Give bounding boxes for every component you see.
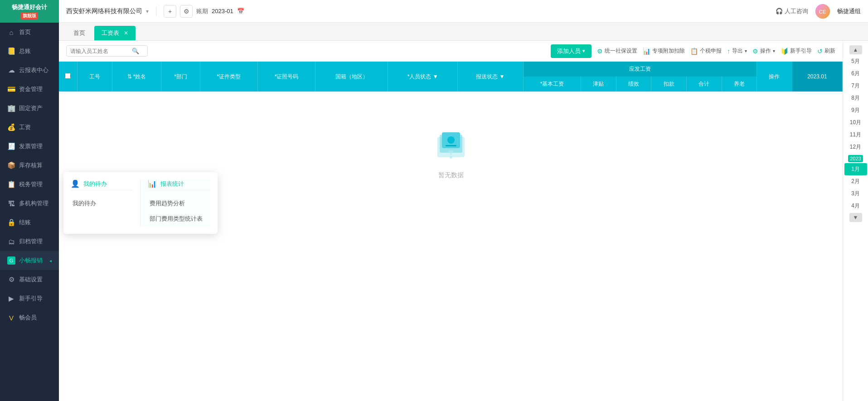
sidebar-item-archive[interactable]: 🗂 归档管理: [0, 232, 59, 251]
ledger-icon: 📒: [7, 47, 15, 55]
tab-home-label: 首页: [73, 29, 85, 36]
sidebar-item-label: 归档管理: [19, 237, 43, 246]
name-header: ⇅*姓名: [112, 62, 161, 92]
sidebar-item-closing[interactable]: 🔒 结账: [0, 213, 59, 232]
new-guide-label: 新手引导: [790, 47, 812, 55]
month-8[interactable]: 8月: [844, 92, 867, 104]
sidebar-item-label: 工资: [19, 123, 31, 131]
sidebar-item-label: 固定资产: [19, 104, 43, 112]
month-5[interactable]: 5月: [844, 55, 867, 68]
social-security-action[interactable]: ⚙ 统一社保设置: [597, 47, 637, 55]
month-10[interactable]: 10月: [844, 116, 867, 129]
month-4[interactable]: 4月: [844, 200, 867, 212]
popup-left-title: 👤 我的待办: [71, 179, 133, 190]
tab-close-icon[interactable]: ✕: [124, 30, 128, 36]
status-header: *人员状态 ▼: [388, 62, 457, 92]
sort-name-icon[interactable]: ⇅: [127, 73, 132, 80]
month-11[interactable]: 11月: [844, 129, 867, 141]
sidebar-item-basic[interactable]: ⚙ 基础设置: [0, 270, 59, 289]
period-value: 2023-01: [212, 8, 233, 14]
sidebar-item-member[interactable]: V 畅会员: [0, 308, 59, 327]
operation-label: 操作: [760, 47, 771, 55]
sidebar-item-fixed-assets[interactable]: 🏢 固定资产: [0, 99, 59, 118]
sidebar-item-invoice[interactable]: 🧾 发票管理: [0, 137, 59, 156]
service-label: 人工咨询: [785, 7, 808, 15]
tax-report-action[interactable]: 📋 个税申报: [690, 47, 722, 55]
month-1-current[interactable]: 1月: [844, 163, 867, 175]
submit-status-header: 报送状态 ▼: [457, 62, 523, 92]
fund-icon: 💳: [7, 85, 15, 93]
month-9[interactable]: 9月: [844, 104, 867, 116]
settings-icon: ⚙: [7, 275, 15, 284]
popup-right-title: 📊 报表统计: [148, 179, 210, 190]
sidebar-item-label: 发票管理: [19, 142, 43, 150]
sidebar-item-multi-org[interactable]: 🏗 多机构管理: [0, 194, 59, 213]
inventory-icon: 📦: [7, 161, 15, 169]
popup-todo-item[interactable]: 我的待办: [71, 196, 133, 211]
submit-filter-icon[interactable]: ▼: [499, 73, 505, 80]
month-2[interactable]: 2月: [844, 175, 867, 188]
tab-salary-table[interactable]: 工资表 ✕: [94, 26, 136, 40]
sidebar-item-salary[interactable]: 💰 工资: [0, 118, 59, 137]
sidebar-item-tax[interactable]: 📋 税务管理: [0, 175, 59, 194]
fixed-assets-icon: 🏢: [7, 104, 15, 112]
topbar: 西安虾米网络科技有限公司 ▾ + ⚙ 账期 2023-01 📅 🎧 人工咨询 C…: [59, 0, 868, 23]
operation-dropdown-icon: ▾: [773, 48, 775, 53]
month-6[interactable]: 6月: [844, 68, 867, 80]
special-deduction-action[interactable]: 📊 专项附加扣除: [643, 47, 685, 55]
search-input[interactable]: [70, 48, 129, 54]
add-person-button[interactable]: 添加人员 ▾: [551, 44, 592, 58]
month-3[interactable]: 3月: [844, 188, 867, 200]
total-header: 合计: [686, 77, 722, 92]
social-security-icon: ⚙: [597, 48, 603, 55]
id-no-header: *证照号码: [257, 62, 315, 92]
month-nav-up[interactable]: ▲: [849, 45, 862, 54]
operation-action[interactable]: ⚙ 操作 ▾: [752, 47, 775, 55]
popup-left-section: 👤 我的待办 我的待办: [71, 179, 141, 227]
refresh-action[interactable]: ↺ 刷新: [817, 47, 835, 55]
export-action[interactable]: ↑ 导出 ▾: [727, 47, 747, 55]
deduct-header: 扣款: [651, 77, 687, 92]
period-header: 2023.01: [792, 62, 842, 92]
checkbox-header[interactable]: [59, 62, 77, 92]
sidebar-item-guide[interactable]: ▶ 新手引导: [0, 289, 59, 308]
sidebar-item-ledger[interactable]: 📒 总账: [0, 42, 59, 61]
settings-button[interactable]: ⚙: [180, 5, 193, 18]
status-filter-icon[interactable]: ▼: [433, 73, 438, 80]
topbar-right: 🎧 人工咨询 CE 畅捷通组: [776, 4, 861, 19]
sidebar-item-inventory[interactable]: 📦 库存核算: [0, 156, 59, 175]
company-dropdown-icon[interactable]: ▾: [146, 8, 149, 14]
sidebar-item-fund[interactable]: 💳 资金管理: [0, 80, 59, 99]
empty-icon: [428, 128, 474, 164]
home-icon: ⌂: [7, 29, 15, 36]
tab-salary-label: 工资表: [102, 29, 119, 36]
salary-group-header: 应发工资: [524, 62, 757, 77]
sidebar-item-cloud-report[interactable]: ☁ 云报表中心: [0, 61, 59, 80]
tab-home[interactable]: 首页: [66, 26, 92, 40]
search-box[interactable]: 🔍: [66, 45, 148, 57]
popup-grid: 👤 我的待办 我的待办 📊 报表统计 费用趋势分析 部门费用类型统计表: [71, 179, 210, 227]
sidebar-item-home[interactable]: ⌂ 首页: [0, 23, 59, 42]
social-security-label: 统一社保设置: [605, 47, 637, 55]
select-all-checkbox[interactable]: [65, 73, 71, 79]
new-guide-action[interactable]: 🔰 新手引导: [781, 47, 812, 55]
popup-left-title-text: 我的待办: [83, 180, 107, 188]
sidebar-item-xiaochang[interactable]: G 小畅报销 ◂: [0, 251, 59, 270]
service-button[interactable]: 🎧 人工咨询: [776, 7, 808, 15]
month-nav-down[interactable]: ▼: [849, 213, 862, 222]
search-icon[interactable]: 🔍: [132, 48, 139, 54]
logo-sub-text: 旗舰版: [21, 12, 38, 19]
popup-expense-trend-item[interactable]: 费用趋势分析: [148, 196, 210, 211]
calendar-icon[interactable]: 📅: [237, 8, 244, 14]
chevron-left-icon: ◂: [49, 258, 52, 263]
sidebar-item-label: 新手引导: [19, 295, 43, 303]
empty-text: 暂无数据: [438, 171, 464, 179]
performance-header: 绩效: [616, 77, 651, 92]
month-7[interactable]: 7月: [844, 80, 867, 92]
month-12[interactable]: 12月: [844, 141, 867, 153]
sidebar-item-label: 库存核算: [19, 161, 43, 169]
sidebar-item-label: 基础设置: [19, 275, 43, 284]
add-company-button[interactable]: +: [164, 5, 176, 18]
dept-header: *部门: [161, 62, 200, 92]
popup-dept-expense-item[interactable]: 部门费用类型统计表: [148, 211, 210, 227]
